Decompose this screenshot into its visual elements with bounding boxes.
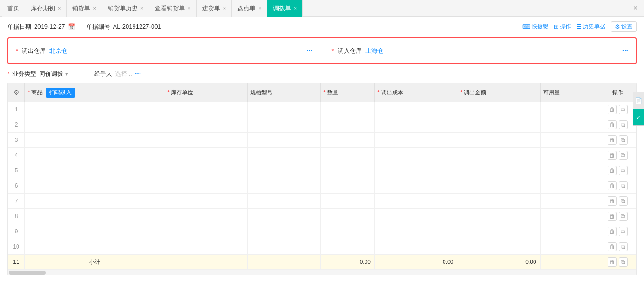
cell-amount[interactable] — [457, 178, 540, 194]
cell-quantity[interactable] — [321, 209, 375, 224]
cell-unit[interactable] — [164, 133, 247, 148]
copy-icon[interactable]: ⧉ — [619, 212, 628, 221]
handler-input[interactable]: 选择... — [115, 70, 132, 78]
cell-unit[interactable] — [164, 102, 247, 117]
tab-inventory-count-close[interactable]: × — [258, 6, 261, 11]
delete-icon[interactable]: 🗑 — [608, 135, 617, 145]
cell-spec[interactable] — [247, 148, 320, 163]
cell-available[interactable] — [540, 224, 599, 239]
copy-icon[interactable]: ⧉ — [619, 181, 628, 190]
cell-product[interactable] — [25, 194, 164, 209]
cell-unit[interactable] — [164, 224, 247, 239]
cell-quantity[interactable] — [321, 224, 375, 239]
cell-available[interactable] — [540, 117, 599, 133]
handler-dots[interactable]: ··· — [135, 70, 141, 78]
cell-spec[interactable] — [247, 194, 320, 209]
copy-icon[interactable]: ⧉ — [619, 135, 628, 145]
cell-product[interactable] — [25, 239, 164, 255]
cell-quantity[interactable] — [321, 239, 375, 255]
cell-product[interactable] — [25, 117, 164, 133]
cell-cost[interactable] — [375, 209, 457, 224]
copy-icon[interactable]: ⧉ — [619, 166, 628, 175]
delete-icon[interactable]: 🗑 — [608, 257, 617, 267]
tab-view-sales[interactable]: 查看销货单 × — [149, 0, 196, 17]
cell-product[interactable] — [25, 102, 164, 117]
copy-icon[interactable]: ⧉ — [619, 242, 628, 251]
cell-spec[interactable] — [247, 224, 320, 239]
cell-unit[interactable] — [164, 163, 247, 178]
copy-icon[interactable]: ⧉ — [619, 151, 628, 160]
cell-amount[interactable] — [457, 239, 540, 255]
calendar-icon[interactable]: 📅 — [68, 23, 75, 30]
cell-quantity[interactable] — [321, 133, 375, 148]
tab-sales-order[interactable]: 销货单 × — [67, 0, 102, 17]
scan-button[interactable]: 扫码录入 — [46, 88, 75, 98]
cell-amount[interactable] — [457, 133, 540, 148]
warehouse-out-value[interactable]: 北京仓 — [49, 47, 67, 55]
delete-icon[interactable]: 🗑 — [608, 242, 617, 251]
tab-inventory-count[interactable]: 盘点单 × — [232, 0, 267, 17]
tab-sales-history[interactable]: 销货单历史 × — [102, 0, 149, 17]
cell-cost[interactable] — [375, 163, 457, 178]
cell-cost[interactable] — [375, 178, 457, 194]
cell-spec[interactable] — [247, 102, 320, 117]
cell-available[interactable] — [540, 239, 599, 255]
cell-cost[interactable] — [375, 133, 457, 148]
tab-transfer-order-close[interactable]: × — [294, 6, 297, 11]
settings-button[interactable]: ⚙ 设置 — [611, 21, 637, 32]
tab-bar-close-button[interactable]: × — [629, 4, 642, 12]
delete-icon[interactable]: 🗑 — [608, 105, 617, 114]
cell-available[interactable] — [540, 178, 599, 194]
cell-spec[interactable] — [247, 209, 320, 224]
cell-available[interactable] — [540, 133, 599, 148]
copy-icon[interactable]: ⧉ — [619, 227, 628, 236]
cell-cost[interactable] — [375, 194, 457, 209]
side-icon-expand[interactable]: ⤢ — [633, 109, 644, 126]
cell-product[interactable] — [25, 133, 164, 148]
business-select[interactable]: 同价调拨 ▾ — [39, 70, 68, 78]
cell-product[interactable] — [25, 209, 164, 224]
cell-amount[interactable] — [457, 148, 540, 163]
table-settings-icon[interactable]: ⚙ — [11, 87, 22, 98]
warehouse-in-dots[interactable]: ··· — [622, 47, 628, 55]
tab-inventory-init-close[interactable]: × — [58, 6, 61, 11]
delete-icon[interactable]: 🗑 — [608, 212, 617, 221]
cell-product[interactable] — [25, 224, 164, 239]
tab-view-sales-close[interactable]: × — [188, 6, 190, 11]
shortcut-button[interactable]: ⌨ 快捷键 — [522, 23, 548, 31]
cell-product[interactable] — [25, 148, 164, 163]
cell-available[interactable] — [540, 209, 599, 224]
warehouse-in-value[interactable]: 上海仓 — [365, 47, 383, 55]
cell-cost[interactable] — [375, 239, 457, 255]
cell-quantity[interactable] — [321, 117, 375, 133]
warehouse-out-dots[interactable]: ··· — [306, 47, 312, 55]
cell-quantity[interactable] — [321, 148, 375, 163]
delete-icon[interactable]: 🗑 — [608, 151, 617, 160]
cell-unit[interactable] — [164, 117, 247, 133]
cell-spec[interactable] — [247, 178, 320, 194]
delete-icon[interactable]: 🗑 — [608, 227, 617, 236]
tab-transfer-order[interactable]: 调拨单 × — [267, 0, 303, 17]
cell-unit[interactable] — [164, 239, 247, 255]
cell-spec[interactable] — [247, 117, 320, 133]
copy-icon[interactable]: ⧉ — [619, 196, 628, 206]
cell-unit[interactable] — [164, 194, 247, 209]
cell-amount[interactable] — [457, 209, 540, 224]
cell-amount[interactable] — [457, 163, 540, 178]
cell-spec[interactable] — [247, 239, 320, 255]
cell-unit[interactable] — [164, 209, 247, 224]
cell-amount[interactable] — [457, 102, 540, 117]
cell-quantity[interactable] — [321, 102, 375, 117]
tab-home[interactable]: 首页 — [2, 0, 25, 17]
cell-unit[interactable] — [164, 178, 247, 194]
cell-available[interactable] — [540, 194, 599, 209]
cell-cost[interactable] — [375, 102, 457, 117]
cell-product[interactable] — [25, 178, 164, 194]
cell-spec[interactable] — [247, 163, 320, 178]
cell-available[interactable] — [540, 148, 599, 163]
cell-spec[interactable] — [247, 133, 320, 148]
tab-purchase-order[interactable]: 进货单 × — [197, 0, 232, 17]
cell-amount[interactable] — [457, 194, 540, 209]
tab-sales-order-close[interactable]: × — [93, 6, 96, 11]
operations-button[interactable]: ⊞ 操作 — [554, 23, 571, 31]
